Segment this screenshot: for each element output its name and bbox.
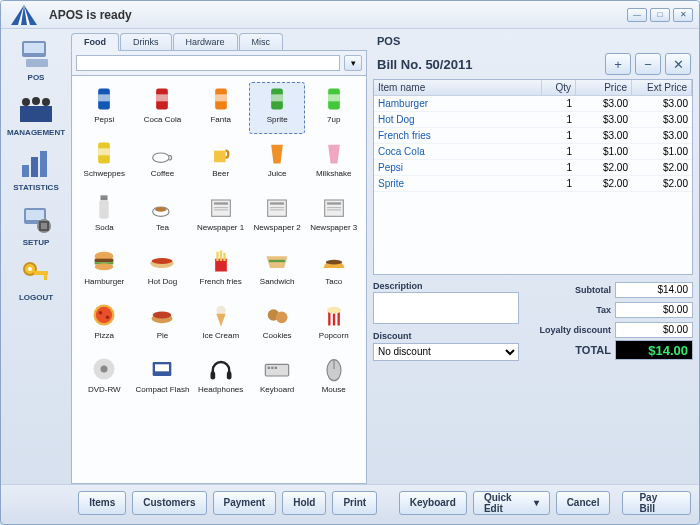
product-pie[interactable]: Pie	[133, 298, 193, 350]
product-label: Milkshake	[308, 169, 359, 178]
product-compact-flash[interactable]: Compact Flash	[133, 352, 193, 404]
keys-icon	[16, 257, 56, 291]
svg-rect-35	[214, 147, 226, 151]
right-title: POS	[373, 33, 693, 53]
close-button[interactable]: ✕	[673, 8, 693, 22]
product-label: Cookies	[252, 331, 303, 340]
svg-point-18	[28, 267, 32, 271]
product-cookies[interactable]: Cookies	[249, 298, 306, 350]
sidebar-item-statistics[interactable]: STATISTICS	[4, 145, 68, 196]
tab-food[interactable]: Food	[71, 33, 119, 51]
product-french-fries[interactable]: French fries	[192, 244, 249, 296]
table-row[interactable]: French fries1$3.00$3.00	[374, 128, 692, 144]
product-label: Soda	[79, 223, 130, 232]
bill-close-button[interactable]: ✕	[665, 53, 691, 75]
table-row[interactable]: Coca Cola1$1.00$1.00	[374, 144, 692, 160]
col-qty[interactable]: Qty	[542, 80, 576, 95]
product-keyboard[interactable]: Keyboard	[249, 352, 306, 404]
product-schweppes[interactable]: Schweppes	[76, 136, 133, 188]
total-label: TOTAL	[523, 344, 615, 356]
svg-rect-88	[271, 367, 273, 369]
keyboard-button[interactable]: Keyboard	[399, 491, 467, 515]
product-7up[interactable]: 7up	[305, 82, 362, 134]
product-beer[interactable]: Beer	[192, 136, 249, 188]
product-mouse[interactable]: Mouse	[305, 352, 362, 404]
col-ext[interactable]: Ext Price	[632, 80, 692, 95]
paybill-button[interactable]: Pay Bill	[622, 491, 691, 515]
col-name[interactable]: Item name	[374, 80, 542, 95]
product-juice[interactable]: Juice	[249, 136, 306, 188]
sidebar-item-logout[interactable]: LOGOUT	[4, 255, 68, 306]
product-sandwich[interactable]: Sandwich	[249, 244, 306, 296]
svg-rect-30	[328, 94, 340, 101]
svg-rect-20	[44, 275, 47, 280]
search-input[interactable]	[76, 55, 340, 71]
sidebar-item-setup[interactable]: SETUP	[4, 200, 68, 251]
svg-rect-9	[20, 106, 52, 122]
table-row[interactable]: Pepsi1$2.00$2.00	[374, 160, 692, 176]
product-sprite[interactable]: Sprite	[249, 82, 306, 134]
svg-rect-61	[223, 253, 225, 261]
product-label: Sandwich	[252, 277, 303, 286]
product-pizza[interactable]: Pizza	[76, 298, 133, 350]
can-yellow-icon	[90, 139, 118, 167]
table-row[interactable]: Hamburger1$3.00$3.00	[374, 96, 692, 112]
sidebar-item-management[interactable]: MANAGEMENT	[4, 90, 68, 141]
search-next-button[interactable]: ▾	[344, 55, 362, 71]
mouse-icon	[320, 355, 348, 383]
product-popcorn[interactable]: Popcorn	[305, 298, 362, 350]
product-milkshake[interactable]: Milkshake	[305, 136, 362, 188]
product-soda[interactable]: Soda	[76, 190, 133, 242]
product-newspaper-1[interactable]: Newspaper 1	[192, 190, 249, 242]
product-coca-cola[interactable]: Coca Cola	[133, 82, 193, 134]
table-row[interactable]: Hot Dog1$3.00$3.00	[374, 112, 692, 128]
description-input[interactable]	[373, 292, 519, 324]
bill-add-button[interactable]: +	[605, 53, 631, 75]
product-hamburger[interactable]: Hamburger	[76, 244, 133, 296]
can-green-icon	[263, 85, 291, 113]
product-ice-cream[interactable]: Ice Cream	[192, 298, 249, 350]
product-coffee[interactable]: Coffee	[133, 136, 193, 188]
product-taco[interactable]: Taco	[305, 244, 362, 296]
svg-rect-53	[95, 259, 114, 263]
svg-point-71	[216, 306, 225, 315]
product-dvd-rw[interactable]: DVD-RW	[76, 352, 133, 404]
maximize-button[interactable]: □	[650, 8, 670, 22]
tax-label: Tax	[523, 305, 615, 315]
product-newspaper-2[interactable]: Newspaper 2	[249, 190, 306, 242]
bill-remove-button[interactable]: −	[635, 53, 661, 75]
product-pepsi[interactable]: Pepsi	[76, 82, 133, 134]
discount-select[interactable]: No discount	[373, 343, 519, 361]
table-row[interactable]: Sprite1$2.00$2.00	[374, 176, 692, 192]
product-label: Beer	[195, 169, 246, 178]
items-button[interactable]: Items	[78, 491, 126, 515]
bottom-bar: Items Customers Payment Hold Print Keybo…	[1, 484, 699, 520]
product-fanta[interactable]: Fanta	[192, 82, 249, 134]
sidebar-item-pos[interactable]: POS	[4, 35, 68, 86]
total-value: $14.00	[615, 340, 693, 360]
titlebar: APOS is ready — □ ✕	[1, 1, 699, 29]
minimize-button[interactable]: —	[627, 8, 647, 22]
product-tea[interactable]: Tea	[133, 190, 193, 242]
hold-button[interactable]: Hold	[282, 491, 326, 515]
popcorn-icon	[320, 301, 348, 329]
product-label: Pepsi	[79, 115, 130, 124]
col-price[interactable]: Price	[576, 80, 632, 95]
print-button[interactable]: Print	[332, 491, 377, 515]
tab-hardware[interactable]: Hardware	[173, 33, 238, 51]
can-blue-icon	[90, 85, 118, 113]
product-newspaper-3[interactable]: Newspaper 3	[305, 190, 362, 242]
product-label: Schweppes	[79, 169, 130, 178]
cancel-button[interactable]: Cancel	[556, 491, 611, 515]
subtotal-value: $14.00	[615, 282, 693, 298]
svg-rect-14	[26, 210, 44, 220]
cup-icon	[148, 139, 176, 167]
tab-drinks[interactable]: Drinks	[120, 33, 172, 51]
product-label: Coffee	[136, 169, 190, 178]
product-hot-dog[interactable]: Hot Dog	[133, 244, 193, 296]
tab-misc[interactable]: Misc	[239, 33, 284, 51]
customers-button[interactable]: Customers	[132, 491, 206, 515]
product-headphones[interactable]: Headphones	[192, 352, 249, 404]
payment-button[interactable]: Payment	[213, 491, 277, 515]
quickedit-button[interactable]: Quick Edit ▾	[473, 491, 550, 515]
